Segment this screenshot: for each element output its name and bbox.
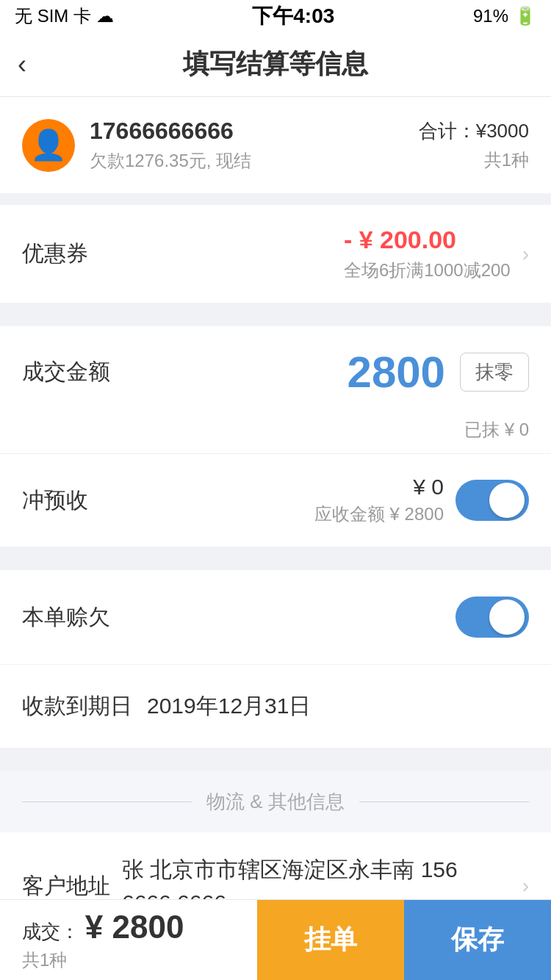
- bendan-toggle-knob: [489, 599, 525, 635]
- coupon-label: 优惠券: [22, 239, 88, 269]
- logistics-section-title: 物流 & 其他信息: [206, 789, 345, 815]
- coupon-sub: 全场6折满1000减200: [344, 259, 511, 282]
- round-zero-button[interactable]: 抹零: [460, 353, 529, 392]
- bottom-count: 共1种: [22, 948, 235, 972]
- chong-values: ¥ 0 应收金额 ¥ 2800: [314, 475, 444, 526]
- bendan-toggle[interactable]: [455, 597, 529, 638]
- chong-toggle[interactable]: [455, 480, 529, 521]
- chong-yushou-row: 冲预收 ¥ 0 应收金额 ¥ 2800: [0, 453, 551, 547]
- due-date-value: 2019年12月31日: [147, 691, 311, 721]
- bottom-info: 成交： ¥ 2800 共1种: [0, 909, 257, 972]
- sim-status: 无 SIM 卡 ☁: [15, 4, 114, 28]
- toggle-knob: [489, 483, 525, 518]
- bottom-bar: 成交： ¥ 2800 共1种 挂单 保存: [0, 899, 551, 980]
- customer-right: 合计：¥3000 共1种: [419, 118, 529, 172]
- customer-sub: 欠款1276.35元, 现结: [90, 149, 251, 173]
- deal-amount-value: 2800: [347, 347, 445, 397]
- customer-left: 👤 17666666666 欠款1276.35元, 现结: [22, 118, 251, 173]
- logistics-divider: 物流 & 其他信息: [0, 771, 551, 832]
- save-button[interactable]: 保存: [404, 900, 551, 981]
- content: 👤 17666666666 欠款1276.35元, 现结 合计：¥3000 共1…: [0, 97, 551, 980]
- coupon-value: - ¥ 200.00: [344, 226, 511, 254]
- divider-line-left: [22, 801, 192, 802]
- chong-label: 冲预收: [22, 486, 88, 516]
- deal-right: 2800 抹零: [347, 347, 529, 397]
- customer-row: 👤 17666666666 欠款1276.35元, 现结 合计：¥3000 共1…: [0, 97, 551, 193]
- status-left: 无 SIM 卡 ☁: [15, 4, 114, 28]
- deal-amount-card: 成交金额 2800 抹零 已抹 ¥ 0 冲预收 ¥ 0 应收金额 ¥ 2800: [0, 326, 551, 547]
- coupon-card: 优惠券 - ¥ 200.00 全场6折满1000减200 ›: [0, 205, 551, 303]
- section-separator-1: [0, 314, 551, 326]
- deal-sub: 已抹 ¥ 0: [0, 418, 551, 453]
- avatar-icon: 👤: [30, 128, 67, 162]
- bendan-card: 本单赊欠 收款到期日 2019年12月31日: [0, 570, 551, 748]
- chong-sub: 应收金额 ¥ 2800: [314, 502, 444, 526]
- page-title: 填写结算等信息: [183, 46, 368, 82]
- bottom-deal-line: 成交： ¥ 2800: [22, 909, 235, 945]
- section-separator-2: [0, 558, 551, 570]
- back-button[interactable]: ‹: [18, 49, 26, 80]
- battery-icon: 🔋: [514, 6, 536, 26]
- total-label: 合计：¥3000: [419, 118, 529, 144]
- bendan-label: 本单赊欠: [22, 602, 110, 633]
- coupon-row[interactable]: 优惠券 - ¥ 200.00 全场6折满1000减200 ›: [0, 205, 551, 303]
- section-separator-3: [0, 760, 551, 771]
- due-date-label: 收款到期日: [22, 691, 132, 721]
- address-label: 客户地址: [22, 871, 110, 901]
- chong-right: ¥ 0 应收金额 ¥ 2800: [314, 475, 529, 526]
- chong-value: ¥ 0: [314, 475, 444, 500]
- status-time: 下午4:03: [252, 2, 334, 30]
- chevron-right-icon: ›: [522, 242, 529, 266]
- status-bar: 无 SIM 卡 ☁ 下午4:03 91% 🔋: [0, 0, 551, 32]
- status-right: 91% 🔋: [473, 6, 536, 26]
- bottom-deal-label: 成交：: [22, 920, 79, 943]
- due-date-row: 收款到期日 2019年12月31日: [0, 664, 551, 748]
- bottom-amount: ¥ 2800: [85, 909, 184, 945]
- coupon-right: - ¥ 200.00 全场6折满1000减200 ›: [344, 226, 529, 282]
- avatar: 👤: [22, 119, 75, 172]
- coupon-values: - ¥ 200.00 全场6折满1000减200: [344, 226, 511, 282]
- customer-phone: 17666666666: [90, 118, 251, 145]
- deal-amount-row: 成交金额 2800 抹零: [0, 326, 551, 418]
- deal-amount-label: 成交金额: [22, 357, 110, 387]
- nav-bar: ‹ 填写结算等信息: [0, 32, 551, 97]
- hang-button[interactable]: 挂单: [257, 900, 404, 981]
- divider-line-right: [359, 801, 529, 802]
- bendan-row: 本单赊欠: [0, 570, 551, 664]
- item-count: 共1种: [419, 148, 529, 172]
- battery-status: 91%: [473, 6, 508, 26]
- address-chevron-icon: ›: [522, 874, 529, 898]
- customer-info: 17666666666 欠款1276.35元, 现结: [90, 118, 251, 173]
